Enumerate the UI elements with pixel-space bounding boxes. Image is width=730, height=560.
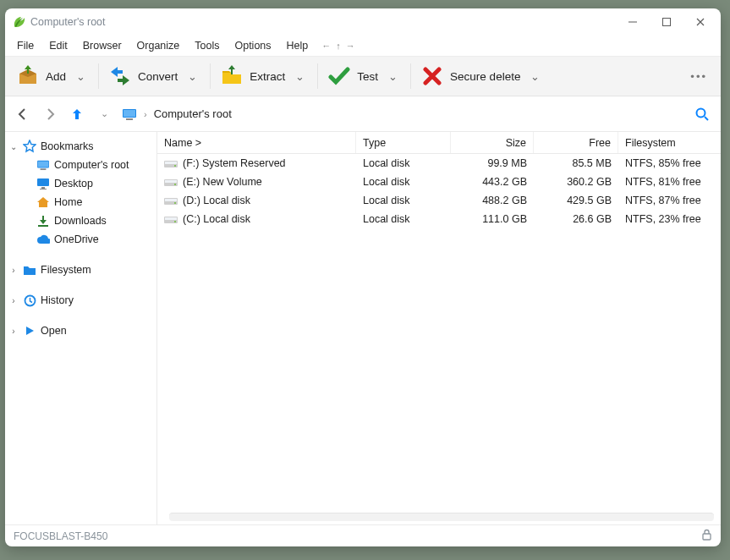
toolbar: Add ⌄ Convert ⌄ Extract ⌄ Test ⌄ Secure … — [5, 56, 721, 96]
column-name[interactable]: Name > — [157, 132, 356, 153]
row-name: (F:) System Reserved — [183, 157, 286, 169]
row-name: (E:) New Volume — [183, 176, 262, 188]
home-icon — [36, 196, 51, 208]
row-size: 99.9 MB — [451, 157, 534, 169]
sidebar-item-open[interactable]: › Open — [5, 321, 156, 340]
column-headers: Name > Type Size Free Filesystem — [157, 132, 721, 154]
convert-button[interactable]: Convert ⌄ — [102, 60, 206, 92]
table-row[interactable]: (F:) System Reserved Local disk 99.9 MB … — [157, 154, 721, 173]
nav-up-button[interactable] — [64, 102, 90, 127]
row-size: 111.0 GB — [451, 213, 534, 225]
test-button[interactable]: Test ⌄ — [321, 60, 407, 92]
row-type: Local disk — [356, 213, 451, 225]
toolbar-divider — [210, 63, 211, 89]
table-row[interactable]: (D:) Local disk Local disk 488.2 GB 429.… — [157, 191, 721, 210]
row-fs: NTFS, 23% free — [618, 213, 721, 225]
secure-delete-button[interactable]: Secure delete ⌄ — [414, 60, 549, 92]
menu-tools[interactable]: Tools — [188, 38, 226, 53]
sidebar-item-bookmarks[interactable]: ⌄ Bookmarks — [5, 137, 156, 156]
extract-label: Extract — [250, 70, 285, 83]
menu-browser[interactable]: Browser — [76, 38, 129, 53]
menu-nav-arrows: ← ↑ → — [321, 41, 355, 51]
table-row[interactable]: (C:) Local disk Local disk 111.0 GB 26.6… — [157, 210, 721, 228]
menu-file[interactable]: File — [10, 38, 41, 53]
convert-icon — [109, 65, 131, 87]
status-bar: FOCUSBLAST-B450 — [5, 524, 721, 546]
extract-button[interactable]: Extract ⌄ — [214, 60, 314, 92]
lock-icon[interactable] — [701, 529, 712, 543]
menu-organize[interactable]: Organize — [130, 38, 187, 53]
sidebar-item-onedrive[interactable]: OneDrive — [5, 230, 156, 249]
minimize-button[interactable] — [616, 10, 650, 34]
nav-forward-button[interactable] — [37, 102, 63, 127]
toolbar-overflow-button[interactable]: ••• — [682, 65, 716, 88]
chevron-down-icon[interactable]: ⌄ — [184, 70, 200, 83]
sidebar-item-filesystem[interactable]: › Filesystem — [5, 261, 156, 279]
menu-options[interactable]: Options — [228, 38, 277, 53]
sidebar-label: Filesystem — [41, 264, 91, 276]
svg-rect-26 — [703, 534, 711, 540]
sidebar-item-history[interactable]: › History — [5, 291, 156, 310]
row-type: Local disk — [356, 157, 451, 169]
sidebar-label: Open — [41, 325, 67, 337]
search-button[interactable] — [689, 107, 716, 122]
sidebar-label: History — [41, 294, 74, 306]
row-free: 26.6 GB — [534, 213, 618, 225]
nav-back-button[interactable] — [10, 102, 36, 127]
column-filesystem[interactable]: Filesystem — [618, 132, 721, 153]
horizontal-scrollbar[interactable] — [169, 513, 714, 521]
sidebar-item-downloads[interactable]: Downloads — [5, 211, 156, 230]
expand-icon[interactable]: › — [8, 327, 19, 336]
nav-history-dropdown[interactable]: ⌄ — [91, 102, 117, 127]
menu-arrow-right-icon[interactable]: → — [346, 41, 355, 51]
computer-icon — [122, 108, 137, 120]
sidebar-item-home[interactable]: Home — [5, 193, 156, 211]
menu-edit[interactable]: Edit — [42, 38, 74, 53]
svg-point-25 — [174, 221, 176, 222]
expand-icon[interactable]: › — [8, 296, 19, 305]
toolbar-divider — [98, 63, 99, 89]
chevron-down-icon[interactable]: ⌄ — [73, 70, 88, 83]
row-name: (C:) Local disk — [183, 213, 250, 225]
svg-rect-18 — [165, 180, 177, 183]
svg-point-19 — [174, 184, 176, 185]
close-button[interactable] — [683, 10, 717, 34]
menu-arrow-left-icon[interactable]: ← — [321, 41, 331, 51]
row-type: Local disk — [356, 195, 451, 206]
expand-icon[interactable]: › — [8, 266, 19, 275]
sidebar: ⌄ Bookmarks Computer's root Desktop Home… — [5, 132, 157, 524]
svg-rect-12 — [38, 225, 48, 227]
column-free[interactable]: Free — [534, 132, 618, 153]
play-icon — [22, 325, 37, 337]
svg-rect-7 — [38, 162, 48, 167]
row-free: 85.5 MB — [534, 157, 618, 169]
toolbar-divider — [317, 63, 318, 89]
breadcrumb[interactable]: › Computer's root — [118, 107, 687, 120]
folder-icon — [22, 265, 37, 275]
chevron-down-icon[interactable]: ⌄ — [527, 70, 542, 83]
disk-icon — [164, 177, 178, 187]
collapse-icon[interactable]: ⌄ — [8, 142, 19, 151]
column-type[interactable]: Type — [356, 132, 451, 153]
row-name: (D:) Local disk — [183, 195, 250, 206]
svg-point-5 — [697, 108, 705, 117]
table-row[interactable]: (E:) New Volume Local disk 443.2 GB 360.… — [157, 173, 721, 191]
sidebar-label: Home — [54, 196, 82, 208]
chevron-down-icon[interactable]: ⌄ — [385, 70, 400, 83]
row-size: 488.2 GB — [451, 195, 534, 206]
chevron-down-icon[interactable]: ⌄ — [292, 70, 307, 83]
svg-rect-10 — [41, 187, 45, 189]
sidebar-item-desktop[interactable]: Desktop — [5, 174, 156, 193]
secure-delete-label: Secure delete — [450, 70, 520, 83]
menu-help[interactable]: Help — [280, 38, 316, 53]
row-free: 360.2 GB — [534, 176, 618, 188]
add-button[interactable]: Add ⌄ — [10, 60, 95, 92]
sidebar-item-computers-root[interactable]: Computer's root — [5, 156, 156, 174]
disk-icon — [164, 214, 178, 224]
convert-label: Convert — [138, 70, 178, 83]
row-fs: NTFS, 81% free — [618, 176, 721, 188]
menu-arrow-up-icon[interactable]: ↑ — [336, 41, 341, 51]
column-size[interactable]: Size — [451, 132, 534, 153]
maximize-button[interactable] — [650, 10, 683, 34]
disk-icon — [164, 158, 178, 168]
